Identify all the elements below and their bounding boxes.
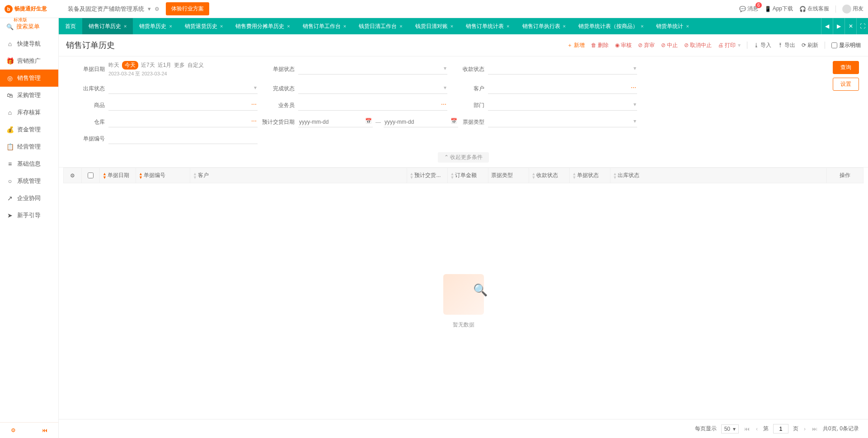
query-button[interactable]: 查询 xyxy=(833,61,859,74)
date-chip-2[interactable]: 近7天 xyxy=(141,61,155,69)
tabs-close-all[interactable]: ✕ xyxy=(845,18,856,34)
tab-3[interactable]: 销货退货历史× xyxy=(178,18,229,34)
system-selector[interactable]: 装备及固定资产辅助管理系统 ▾ xyxy=(68,5,151,13)
doc-status-select[interactable]: ▾ xyxy=(298,64,447,75)
col-amount[interactable]: ▲▼订单金额 xyxy=(448,168,488,183)
close-icon[interactable]: × xyxy=(686,23,689,29)
salesman-picker[interactable]: ⋯ xyxy=(298,100,447,111)
import-button[interactable]: ⭳导入 xyxy=(754,42,771,49)
tab-9[interactable]: 销售订单执行表× xyxy=(516,18,572,34)
receipt-status-input[interactable] xyxy=(488,64,637,75)
settings-icon[interactable]: ⚙ xyxy=(11,427,16,433)
col-expect[interactable]: ▲▼预计交货... xyxy=(407,168,448,183)
date-chip-5[interactable]: 自定义 xyxy=(188,61,204,69)
audit-button[interactable]: ◉审核 xyxy=(615,42,632,49)
date-to-picker[interactable]: 📅 xyxy=(384,117,458,127)
industry-plan-button[interactable]: 体验行业方案 xyxy=(166,2,209,15)
search-menu[interactable]: 🔍 搜索菜单 xyxy=(0,18,58,35)
date-chip-1[interactable]: 今天 xyxy=(122,61,138,70)
date-from-picker[interactable]: 📅 xyxy=(298,117,373,127)
filter-settings-button[interactable]: 设置 xyxy=(833,78,859,91)
pager-next[interactable]: › xyxy=(803,426,807,432)
date-to-input[interactable] xyxy=(384,117,458,127)
close-icon[interactable]: × xyxy=(563,23,566,29)
sidebar-item-0[interactable]: ⌂快捷导航 xyxy=(0,35,58,52)
finish-status-select[interactable]: ▾ xyxy=(298,84,447,94)
select-all-checkbox[interactable] xyxy=(88,172,94,178)
customer-input[interactable] xyxy=(488,84,637,94)
product-input[interactable] xyxy=(108,100,258,111)
doc-status-input[interactable] xyxy=(298,64,447,75)
add-button[interactable]: ＋新增 xyxy=(567,42,585,49)
collapse-sidebar-icon[interactable]: ⏮ xyxy=(42,427,47,433)
discard-button[interactable]: ⊘弃审 xyxy=(638,42,655,49)
date-chip-3[interactable]: 近1月 xyxy=(158,61,172,69)
warehouse-input[interactable] xyxy=(108,117,258,127)
messages-link[interactable]: 💬 消息 6 xyxy=(739,5,758,13)
stop-button[interactable]: ⊘中止 xyxy=(661,42,678,49)
date-from-input[interactable] xyxy=(298,117,373,127)
unstop-button[interactable]: ⊘取消中止 xyxy=(684,42,712,49)
tabs-fullscreen[interactable]: ⛶ xyxy=(856,18,868,34)
salesman-input[interactable] xyxy=(298,100,447,111)
sidebar-item-3[interactable]: 🛍采购管理 xyxy=(0,87,58,104)
sidebar-item-6[interactable]: 📋经营管理 xyxy=(0,138,58,155)
tab-4[interactable]: 销售费用分摊单历史× xyxy=(229,18,296,34)
sidebar-item-2[interactable]: ◎销售管理 xyxy=(0,70,58,87)
per-page-select[interactable]: 50▾ xyxy=(721,424,739,433)
doc-no-input[interactable] xyxy=(108,134,258,144)
app-download-link[interactable]: 📱 App下载 xyxy=(765,5,793,13)
close-icon[interactable]: × xyxy=(220,23,223,29)
close-icon[interactable]: × xyxy=(287,23,290,29)
col-out-status[interactable]: ▲▼出库状态 xyxy=(610,168,827,183)
close-icon[interactable]: × xyxy=(641,23,643,29)
product-picker[interactable]: ⋯ xyxy=(108,100,258,111)
close-icon[interactable]: × xyxy=(343,23,346,29)
sidebar-item-4[interactable]: ⌂库存核算 xyxy=(0,104,58,121)
sidebar-item-5[interactable]: 💰资金管理 xyxy=(0,121,58,138)
finish-status-input[interactable] xyxy=(298,84,447,94)
ticket-type-input[interactable] xyxy=(488,117,637,127)
out-status-select[interactable]: ▾ xyxy=(108,84,258,94)
receipt-status-select[interactable]: ▾ xyxy=(488,64,637,75)
refresh-button[interactable]: ⟳刷新 xyxy=(802,42,818,49)
collapse-filters-toggle[interactable]: ⌃ 收起更多条件 xyxy=(438,152,489,163)
sidebar-item-1[interactable]: 🎁营销推广 xyxy=(0,52,58,70)
select-all-column[interactable] xyxy=(82,168,100,183)
department-select[interactable]: ▾ xyxy=(488,100,637,111)
tab-8[interactable]: 销售订单统计表× xyxy=(460,18,516,34)
col-date[interactable]: ▲▼单据日期 xyxy=(100,168,136,183)
sidebar-item-9[interactable]: ↗企业协同 xyxy=(0,190,58,207)
pager-first[interactable]: ⏮ xyxy=(743,426,751,432)
ticket-type-select[interactable]: ▾ xyxy=(488,117,637,127)
pager-last[interactable]: ⏭ xyxy=(811,426,818,432)
tab-5[interactable]: 销售订单工作台× xyxy=(296,18,352,34)
close-icon[interactable]: × xyxy=(399,23,402,29)
tab-11[interactable]: 销货单统计× xyxy=(650,18,695,34)
sidebar-item-10[interactable]: ➤新手引导 xyxy=(0,207,58,224)
sidebar-item-7[interactable]: ≡基础信息 xyxy=(0,155,58,172)
date-chip-4[interactable]: 更多 xyxy=(174,61,185,69)
online-service-link[interactable]: 🎧 在线客服 xyxy=(799,5,829,13)
delete-button[interactable]: 🗑删除 xyxy=(591,42,609,49)
tabs-scroll-right[interactable]: ▶ xyxy=(833,18,845,34)
user-menu[interactable]: 用友 xyxy=(842,5,863,14)
print-button[interactable]: 🖨打印▾ xyxy=(718,42,741,49)
sidebar-item-8[interactable]: ○系统管理 xyxy=(0,172,58,190)
out-status-input[interactable] xyxy=(108,84,258,94)
col-ticket[interactable]: 票据类型 xyxy=(488,168,529,183)
pager-prev[interactable]: ‹ xyxy=(755,426,759,432)
show-detail-checkbox[interactable]: 显示明细 xyxy=(831,42,861,49)
tab-1[interactable]: 销售订单历史× xyxy=(82,18,133,34)
warehouse-picker[interactable]: ⋯ xyxy=(108,117,258,127)
doc-no-field[interactable] xyxy=(108,134,258,144)
date-chip-0[interactable]: 昨天 xyxy=(108,61,119,69)
tab-7[interactable]: 钱货日清对账× xyxy=(409,18,460,34)
export-button[interactable]: ⭱导出 xyxy=(778,42,795,49)
col-no[interactable]: ▲▼单据编号 xyxy=(136,168,190,183)
page-input[interactable] xyxy=(773,424,788,433)
close-icon[interactable]: × xyxy=(507,23,509,29)
tab-2[interactable]: 销货单历史× xyxy=(133,18,178,34)
tab-10[interactable]: 销货单统计表（按商品）× xyxy=(572,18,650,34)
tab-6[interactable]: 钱货日清工作台× xyxy=(352,18,408,34)
